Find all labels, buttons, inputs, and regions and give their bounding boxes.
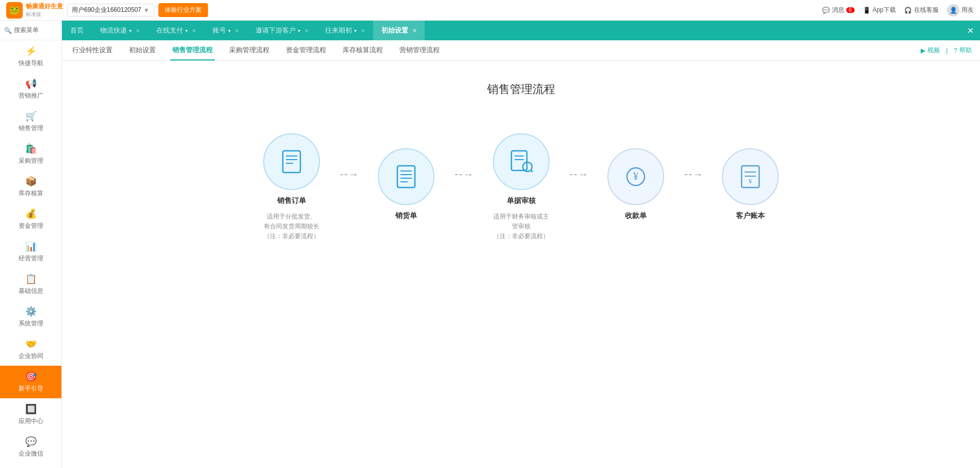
flow-step-account: ¥ 客户账本 xyxy=(704,148,797,227)
sub-tab-4[interactable]: 资金管理流程 xyxy=(284,40,328,60)
sidebar: 🔍 搜索菜单 ⚡ 快捷导航 📢 营销推广 🛒 销售管理 🛍️ 采购管理 📦 库存… xyxy=(0,21,62,468)
nav-tab-logistics-close[interactable]: ✕ xyxy=(136,28,140,34)
avatar: 👤 xyxy=(947,4,959,17)
sidebar-label-12: 企业微信 xyxy=(19,449,43,458)
flow-arrow-3: - - → xyxy=(570,168,587,206)
nav-tab-payment-arrow: ▾ xyxy=(185,28,188,34)
sub-tab-label-1: 初始设置 xyxy=(129,45,156,55)
sidebar-icon-7: 📋 xyxy=(25,273,37,285)
help-link[interactable]: ? 帮助 xyxy=(954,46,972,55)
flow-desc-audit: 适用于财务审核或主管审核（注：非必要流程） xyxy=(493,212,549,242)
company-name: 用户690企业1660120507 xyxy=(72,6,141,14)
search-icon: 🔍 xyxy=(4,27,12,34)
sidebar-label-1: 营销推广 xyxy=(19,91,43,100)
top-bar: 🐸 畅康通好生意 标准版 用户690企业1660120507 ▼ 体验行业方案 … xyxy=(0,0,980,21)
content-area: 首页 物流快递 ▾ ✕ 在线支付 ▾ ✕ 账号 ▾ ✕ 邀请下游客户 ▾ ✕ xyxy=(62,21,980,468)
sidebar-icon-5: 💰 xyxy=(25,208,37,220)
sidebar-item-11[interactable]: 🔲 应用中心 xyxy=(0,398,61,431)
nav-tab-home[interactable]: 首页 xyxy=(62,21,92,40)
nav-tab-logistics[interactable]: 物流快递 ▾ ✕ xyxy=(92,21,148,40)
nav-tab-invite[interactable]: 邀请下游客户 ▾ ✕ xyxy=(247,21,317,40)
sidebar-item-12[interactable]: 💬 企业微信 xyxy=(0,431,61,463)
svg-text:¥: ¥ xyxy=(633,170,638,182)
nav-tab-period[interactable]: 往来期初 ▾ ✕ xyxy=(317,21,373,40)
sidebar-item-7[interactable]: 📋 基础信息 xyxy=(0,268,61,301)
sub-tab-1[interactable]: 初始设置 xyxy=(127,40,158,60)
flow-circle-payment: ¥ xyxy=(607,148,664,205)
nav-tab-invite-label: 邀请下游客户 xyxy=(255,26,296,35)
nav-tab-invite-close[interactable]: ✕ xyxy=(304,28,309,34)
nav-tab-payment[interactable]: 在线支付 ▾ ✕ xyxy=(148,21,204,40)
nav-tab-account-close[interactable]: ✕ xyxy=(235,28,239,34)
flow-circle-sales-order xyxy=(263,133,320,190)
flow-desc-sales-order: 适用于分批发货、有合同发货周期较长（注：非必要流程） xyxy=(264,212,319,242)
sidebar-item-9[interactable]: 🤝 企业协同 xyxy=(0,333,61,366)
sub-tab-label-6: 营销管理流程 xyxy=(399,45,440,55)
page-title: 销售管理流程 xyxy=(72,82,970,97)
sidebar-search[interactable]: 🔍 搜索菜单 xyxy=(0,21,61,40)
sidebar-label-9: 企业协同 xyxy=(19,352,43,361)
app-download-item[interactable]: 📱 App下载 xyxy=(863,6,896,14)
sub-tab-label-2: 销售管理流程 xyxy=(172,45,213,55)
sub-tab-3[interactable]: 采购管理流程 xyxy=(227,40,271,60)
flow-label-account: 客户账本 xyxy=(736,211,765,221)
sidebar-label-7: 基础信息 xyxy=(19,287,43,295)
sub-tab-label-5: 库存核算流程 xyxy=(343,45,383,55)
sidebar-item-3[interactable]: 🛍️ 采购管理 xyxy=(0,138,61,170)
logo-version: 标准版 xyxy=(26,11,63,18)
sidebar-search-label: 搜索菜单 xyxy=(14,26,39,35)
flow-circle-shipment xyxy=(378,148,435,205)
sidebar-item-6[interactable]: 📊 经营管理 xyxy=(0,236,61,268)
user-label: 用友 xyxy=(961,6,974,14)
nav-tab-init[interactable]: 初始设置 ✕ xyxy=(373,21,425,40)
sidebar-label-10: 新手引导 xyxy=(19,384,43,393)
sub-tab-5[interactable]: 库存核算流程 xyxy=(341,40,385,60)
sidebar-item-2[interactable]: 🛒 销售管理 xyxy=(0,105,61,138)
nav-tab-payment-close[interactable]: ✕ xyxy=(192,28,196,34)
flow-step-sales-order: 销售订单 适用于分批发货、有合同发货周期较长（注：非必要流程） xyxy=(245,133,338,242)
sub-tab-0[interactable]: 行业特性设置 xyxy=(70,40,115,60)
video-icon: ▶ xyxy=(921,47,925,54)
user-item[interactable]: 👤 用友 xyxy=(947,4,974,17)
sidebar-icon-1: 📢 xyxy=(25,78,37,89)
logo-icon: 🐸 xyxy=(6,2,23,19)
nav-tab-period-close[interactable]: ✕ xyxy=(361,28,365,34)
sub-tab-2[interactable]: 销售管理流程 xyxy=(170,40,215,60)
flow-arrow-2: - - → xyxy=(455,168,472,206)
logo-text: 畅康通好生意 标准版 xyxy=(26,3,63,18)
message-item[interactable]: 💬 消息 6 xyxy=(822,6,855,14)
sidebar-item-13[interactable]: 👑 畅会员 xyxy=(0,463,61,468)
sidebar-item-5[interactable]: 💰 资金管理 xyxy=(0,203,61,236)
sidebar-label-6: 经营管理 xyxy=(19,254,43,263)
company-selector[interactable]: 用户690企业1660120507 ▼ xyxy=(67,4,154,17)
online-service-label: 在线客服 xyxy=(914,6,939,14)
nav-tab-payment-label: 在线支付 xyxy=(156,26,183,35)
trial-button[interactable]: 体验行业方案 xyxy=(158,3,208,17)
message-label: 消息 xyxy=(832,6,844,14)
sidebar-item-1[interactable]: 📢 营销推广 xyxy=(0,73,61,105)
sidebar-icon-8: ⚙️ xyxy=(25,306,37,317)
nav-tab-home-label: 首页 xyxy=(70,26,84,35)
nav-close-all[interactable]: ✕ xyxy=(961,26,980,36)
flow-step-payment: ¥ 收款单 xyxy=(589,148,682,227)
sidebar-label-11: 应用中心 xyxy=(19,417,43,426)
sidebar-item-4[interactable]: 📦 库存核算 xyxy=(0,170,61,203)
top-bar-right: 💬 消息 6 📱 App下载 🎧 在线客服 👤 用友 xyxy=(822,4,974,17)
nav-tab-init-close[interactable]: ✕ xyxy=(412,28,416,34)
video-link[interactable]: ▶ 视频 xyxy=(921,46,940,55)
sidebar-label-2: 销售管理 xyxy=(19,124,43,133)
flow-step-shipment: 销货单 xyxy=(360,148,453,227)
flow-step-audit: 单据审核 适用于财务审核或主管审核（注：非必要流程） xyxy=(475,133,568,242)
sidebar-item-0[interactable]: ⚡ 快捷导航 xyxy=(0,40,61,73)
nav-tab-account[interactable]: 账号 ▾ ✕ xyxy=(204,21,247,40)
sub-tab-6[interactable]: 营销管理流程 xyxy=(397,40,442,60)
video-label: 视频 xyxy=(927,46,940,55)
nav-tab-invite-arrow: ▾ xyxy=(298,28,300,34)
headphone-icon: 🎧 xyxy=(904,7,912,14)
nav-tab-init-label: 初始设置 xyxy=(381,26,408,35)
sidebar-item-10[interactable]: 🎯 新手引导 xyxy=(0,366,61,398)
sidebar-icon-9: 🤝 xyxy=(25,338,37,350)
online-service-item[interactable]: 🎧 在线客服 xyxy=(904,6,939,14)
sidebar-item-8[interactable]: ⚙️ 系统管理 xyxy=(0,301,61,333)
sidebar-icon-11: 🔲 xyxy=(25,403,37,415)
